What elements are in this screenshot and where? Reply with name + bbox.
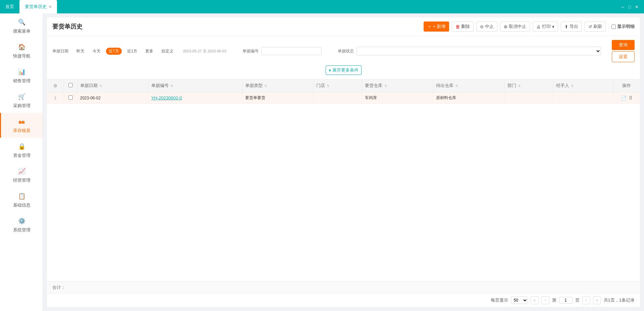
th-handler[interactable]: 经手人 ⇅ — [553, 79, 613, 92]
filter-row-1: 单据日期 昨天 今天 近7天 近1月 更多 自定义 2023-05-27 至 2… — [52, 40, 635, 62]
minimize-button[interactable]: ─ — [621, 4, 624, 9]
page-current-label: 第 — [552, 297, 556, 303]
shortcut-yesterday[interactable]: 昨天 — [74, 48, 87, 55]
shortcut-last1month[interactable]: 近1月 — [124, 48, 140, 55]
row-edit-icon[interactable]: ⠿ — [629, 95, 632, 101]
print-button[interactable]: 🖨 打印 ▾ — [533, 21, 558, 32]
per-page-select[interactable]: 50 100 — [511, 297, 528, 304]
filter-area: 单据日期 昨天 今天 近7天 近1月 更多 自定义 2023-05-27 至 2… — [47, 36, 640, 79]
sidebar-item-search-menu[interactable]: 🔍 搜索菜单 — [0, 13, 43, 38]
doc-number-group: 单据编号 — [243, 47, 322, 55]
per-page-label: 每页显示 — [491, 297, 508, 303]
stop-button[interactable]: ⊖ 中止 — [476, 21, 497, 32]
row-select-checkbox[interactable] — [68, 95, 73, 100]
doc-status-select[interactable] — [357, 47, 601, 55]
new-button[interactable]: ＋ + 新增 — [424, 21, 449, 32]
th-store[interactable]: 门店 ⇅ — [314, 79, 362, 92]
row-store — [314, 92, 362, 104]
shortcut-custom[interactable]: 自定义 — [159, 48, 176, 55]
prev-page-button[interactable]: ‹ — [541, 296, 549, 304]
show-detail-checkbox[interactable] — [611, 25, 616, 29]
finance-icon: 🔒 — [17, 142, 26, 151]
sidebar-item-sales[interactable]: 📊 销售管理 — [0, 63, 43, 88]
next-page-button[interactable]: › — [582, 296, 590, 304]
query-button[interactable]: 查询 — [612, 40, 635, 50]
cancel-stop-button[interactable]: ⊕ 取消中止 — [500, 21, 530, 32]
doc-number-label: 单据编号 — [243, 48, 259, 54]
page-header: 要货单历史 ＋ + 新增 🗑 删除 ⊖ 中止 ⊕ — [47, 17, 640, 36]
delete-button[interactable]: 🗑 删除 — [452, 21, 474, 32]
sort-store-icon: ⇅ — [327, 84, 329, 88]
th-checkbox — [64, 79, 77, 92]
export-button[interactable]: ⬆ 导出 — [561, 21, 582, 32]
doc-status-group: 单据状态 — [338, 47, 601, 55]
shortcut-last7days[interactable]: 近7天 — [106, 48, 122, 55]
th-department[interactable]: 部门 ⇅ — [504, 79, 553, 92]
sidebar-item-purchase[interactable]: 🛒 采购管理 — [0, 88, 43, 113]
basics-icon: 📋 — [17, 191, 26, 201]
th-date[interactable]: 单据日期 ⇅ — [77, 79, 148, 92]
quick-nav-icon: 🏠 — [17, 42, 26, 52]
th-actions: 操作 — [613, 79, 640, 92]
date-shortcuts: 昨天 今天 近7天 近1月 更多 自定义 — [74, 48, 176, 55]
table-footer-summary: 合计： — [47, 281, 640, 293]
sidebar-item-finance[interactable]: 🔒 资金管理 — [0, 138, 43, 163]
first-page-button[interactable]: « — [531, 296, 539, 304]
settings-button[interactable]: 设置 — [612, 51, 635, 62]
show-detail-label[interactable]: 显示明细 — [611, 24, 635, 30]
shortcut-more[interactable]: 更多 — [143, 48, 156, 55]
page-unit-label: 页 — [575, 297, 580, 303]
toolbar-divider — [608, 23, 609, 30]
doc-status-label: 单据状态 — [338, 48, 354, 54]
close-button[interactable]: ✕ — [635, 4, 639, 9]
th-type[interactable]: 单据类型 ⇅ — [242, 79, 313, 92]
th-req-warehouse[interactable]: 要货仓库 ⇅ — [362, 79, 433, 92]
sort-handler-icon: ⇅ — [571, 84, 574, 88]
row-number-link[interactable]: YH-20230602-0 — [151, 95, 182, 100]
sidebar-item-basics[interactable]: 📋 基础信息 — [0, 187, 43, 212]
sort-department-icon: ⇅ — [518, 84, 521, 88]
refresh-button[interactable]: ↺ 刷新 — [585, 21, 606, 32]
row-type: 要货单要货 — [242, 92, 313, 104]
page-title: 要货单历史 — [52, 23, 83, 31]
sidebar: 🔍 搜索菜单 🏠 快捷导航 📊 销售管理 🛒 采购管理 🏘 库存核算 🔒 资金管… — [0, 13, 43, 311]
row-view-icon[interactable]: 📄 — [621, 95, 627, 101]
maximize-button[interactable]: □ — [628, 4, 631, 9]
stop-icon: ⊖ — [480, 24, 484, 29]
export-icon: ⬆ — [565, 24, 568, 29]
sidebar-item-quick-nav[interactable]: 🏠 快捷导航 — [0, 38, 43, 63]
row-pending-warehouse: 原材料仓库 — [433, 92, 504, 104]
table-container: ⚙ 单据日期 ⇅ 单据编号 ⇅ — [47, 79, 640, 281]
sidebar-item-system[interactable]: ⚙️ 系统管理 — [0, 212, 43, 237]
window-actions: ─ □ ✕ — [616, 4, 644, 9]
inventory-icon: 🏘 — [17, 117, 26, 126]
close-tab-icon[interactable]: ✕ — [49, 5, 52, 9]
last-page-button[interactable]: » — [593, 296, 601, 304]
row-handler — [553, 92, 613, 104]
th-settings[interactable]: ⚙ — [47, 79, 64, 92]
sort-number-icon: ⇅ — [170, 84, 173, 88]
purchase-icon: 🛒 — [17, 92, 26, 101]
select-all-checkbox[interactable] — [68, 83, 73, 87]
shortcut-today[interactable]: 今天 — [90, 48, 103, 55]
expand-more-icon: ▾ — [329, 68, 331, 73]
th-pending-warehouse[interactable]: 待出仓库 ⇅ — [433, 79, 504, 92]
page-number-input[interactable] — [559, 297, 573, 304]
expand-more-button[interactable]: ▾ 展开更多条件 — [326, 65, 362, 75]
date-range-display: 2023-05-27 至 2023-06-02 — [183, 49, 226, 54]
operations-icon: 📈 — [17, 167, 26, 176]
row-index: 1 — [47, 92, 64, 104]
sidebar-item-operations[interactable]: 📈 经营管理 — [0, 163, 43, 187]
th-number[interactable]: 单据编号 ⇅ — [148, 79, 242, 92]
system-icon: ⚙️ — [17, 216, 26, 226]
page-content: 要货单历史 ＋ + 新增 🗑 删除 ⊖ 中止 ⊕ — [47, 17, 640, 307]
column-settings-icon[interactable]: ⚙ — [53, 83, 57, 88]
new-icon: ＋ — [427, 24, 432, 30]
sort-pending-warehouse-icon: ⇅ — [455, 84, 458, 88]
page-toolbar: ＋ + 新增 🗑 删除 ⊖ 中止 ⊕ 取消中止 — [424, 21, 635, 32]
sidebar-item-inventory[interactable]: 🏘 库存核算 — [0, 113, 43, 138]
doc-number-input[interactable] — [261, 47, 322, 55]
refresh-icon: ↺ — [588, 24, 592, 29]
tab-home[interactable]: 首页 — [0, 0, 19, 13]
tab-order-history[interactable]: 要货单历史 ✕ — [19, 0, 57, 13]
